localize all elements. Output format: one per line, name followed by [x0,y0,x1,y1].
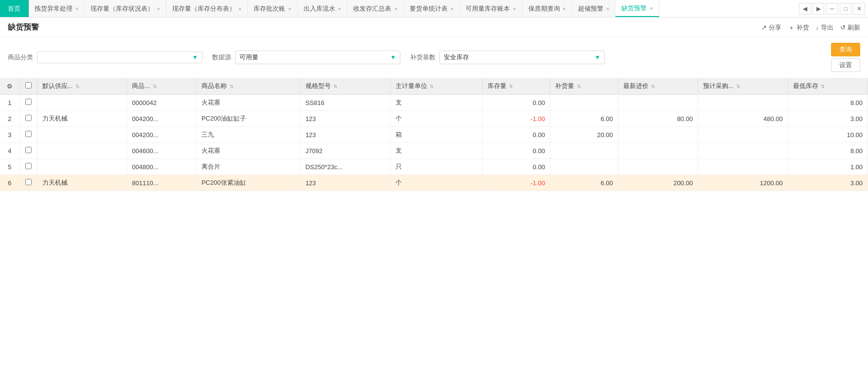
datasource-select[interactable]: 可用量 ▼ [235,51,400,64]
share-icon: ↗ [761,24,767,31]
goods-name-sort-icon: ⇅ [230,84,234,89]
min-stock-cell: 10.00 [788,127,868,143]
category-arrow-icon: ▼ [192,54,198,61]
col-min-stock[interactable]: 最低库存 ⇅ [788,78,868,95]
main-table: ⚙ 默认供应... ⇅ 商品... ⇅ 商品名称 [0,78,868,191]
tab-close-inventory-status[interactable]: × [157,6,160,12]
tab-batch-account[interactable]: 库存批次账× [248,0,297,17]
tab-inventory-dist[interactable]: 现存量（库存分布表）× [166,0,248,17]
row-checkbox[interactable] [25,131,32,137]
window-max-button[interactable]: □ [840,3,851,15]
col-spec[interactable]: 规格型号 ⇅ [300,78,390,95]
latest-price-cell [618,127,698,143]
col-check[interactable] [19,78,37,95]
setting-button[interactable]: 设置 [831,58,860,72]
tab-inout-flow[interactable]: 出入库流水× [298,0,347,17]
col-stock[interactable]: 库存量 ⇅ [482,78,550,95]
col-goods-code[interactable]: 商品... ⇅ [127,78,197,95]
goods-code-sort-icon: ⇅ [153,84,157,89]
col-latest-price[interactable]: 最新进价 ⇅ [618,78,698,95]
row-checkbox[interactable] [25,147,32,153]
tab-order-stats[interactable]: 要货单统计表× [404,0,460,17]
col-gear[interactable]: ⚙ [0,78,19,95]
table-row: 2力天机械004200...PC200油缸缸子123个-1.006.0080.0… [0,111,868,127]
col-goods-code-label: 商品... [132,82,150,89]
stock-cell: 0.00 [482,95,550,111]
row-checkbox[interactable] [25,179,32,185]
min-stock-cell: 3.00 [788,175,868,191]
tab-receive-summary[interactable]: 收发存汇总表× [347,0,403,17]
tab-prev-button[interactable]: ◀ [799,3,811,15]
table-row: 10000042火花塞SS816支0.008.00 [0,95,868,111]
row-checkbox[interactable] [25,115,32,121]
tab-shortage[interactable]: 缺货预警× [615,0,659,17]
tab-pick-abnormal[interactable]: 拣货异常处理× [29,0,85,17]
tab-close-pick-abnormal[interactable]: × [75,6,78,12]
goods-code-cell: 004800... [127,159,197,175]
tab-inventory-status[interactable]: 现存量（库存状况表）× [85,0,166,17]
col-replenish[interactable]: 补货量 ⇅ [550,78,618,95]
stock-cell: -1.00 [482,175,550,191]
tab-close-order-stats[interactable]: × [451,6,453,12]
tab-label-inout-flow: 出入库流水 [304,4,335,13]
table-container: ⚙ 默认供应... ⇅ 商品... ⇅ 商品名称 [0,78,868,191]
tab-bar: 首页 拣货异常处理×现存量（库存状况表）×现存量（库存分布表）×库存批次账×出入… [0,0,868,18]
window-close-button[interactable]: ✕ [853,3,865,15]
supplier-cell: 力天机械 [37,111,127,127]
header-actions: ↗ 分享 ＋ 补货 ↓ 导出 ↺ 刷新 [761,23,861,32]
spec-cell: SS816 [300,95,390,111]
refresh-label: 刷新 [848,23,860,32]
est-purchase-sort-icon: ⇅ [736,84,740,89]
refresh-button[interactable]: ↺ 刷新 [840,23,860,32]
est-purchase-cell [698,159,788,175]
goods-code-cell: 801110... [127,175,197,191]
tab-label-inventory-status: 现存量（库存状况表） [90,4,154,13]
export-icon: ↓ [816,24,819,31]
tab-close-inventory-dist[interactable]: × [238,6,241,12]
replenish-button[interactable]: ＋ 补货 [788,23,809,32]
tab-close-inout-flow[interactable]: × [338,6,341,12]
category-select[interactable]: ▼ [37,52,202,63]
share-button[interactable]: ↗ 分享 [761,23,781,32]
replenish-base-select[interactable]: 安全库存 ▼ [439,51,605,64]
tab-home[interactable]: 首页 [0,0,29,17]
goods-code-cell: 0000042 [127,95,197,111]
col-est-purchase-label: 预计采购... [703,82,734,89]
col-supplier[interactable]: 默认供应... ⇅ [37,78,127,95]
datasource-filter: 数据源 可用量 ▼ [212,51,400,64]
col-unit[interactable]: 主计量单位 ⇅ [390,78,482,95]
est-purchase-cell: 1200.00 [698,175,788,191]
tab-overstock[interactable]: 超储预警× [572,0,615,17]
tab-close-batch-account[interactable]: × [288,6,291,12]
col-goods-name[interactable]: 商品名称 ⇅ [196,78,300,95]
filter-actions: 查询 设置 [831,43,860,72]
tab-close-available-ledger[interactable]: × [513,6,516,12]
tab-expiry-query[interactable]: 保质期查询× [523,0,572,17]
replenish-cell: 6.00 [550,175,618,191]
tab-close-shortage[interactable]: × [650,5,652,11]
stock-sort-icon: ⇅ [509,84,513,89]
window-min-button[interactable]: ─ [826,3,838,15]
row-checkbox[interactable] [25,163,32,169]
unit-sort-icon: ⇅ [430,84,434,89]
supplier-cell [37,143,127,159]
tab-label-inventory-dist: 现存量（库存分布表） [172,4,235,13]
tab-label-available-ledger: 可用量库存账本 [466,4,510,13]
tab-label-order-stats: 要货单统计表 [410,4,448,13]
query-button[interactable]: 查询 [831,43,860,56]
col-est-purchase[interactable]: 预计采购... ⇅ [698,78,788,95]
spec-sort-icon: ⇅ [333,84,337,89]
tab-available-ledger[interactable]: 可用量库存账本× [460,0,522,17]
goods-name-cell: 离合片 [196,159,300,175]
export-button[interactable]: ↓ 导出 [816,23,834,32]
select-all-checkbox[interactable] [25,82,32,88]
tab-close-receive-summary[interactable]: × [394,6,397,12]
est-purchase-cell [698,127,788,143]
tab-close-overstock[interactable]: × [606,6,609,12]
min-stock-cell: 1.00 [788,159,868,175]
row-checkbox[interactable] [25,99,32,105]
min-stock-cell: 3.00 [788,111,868,127]
tab-label-overstock: 超储预警 [578,4,603,13]
tab-next-button[interactable]: ▶ [813,3,824,15]
tab-close-expiry-query[interactable]: × [563,6,566,12]
